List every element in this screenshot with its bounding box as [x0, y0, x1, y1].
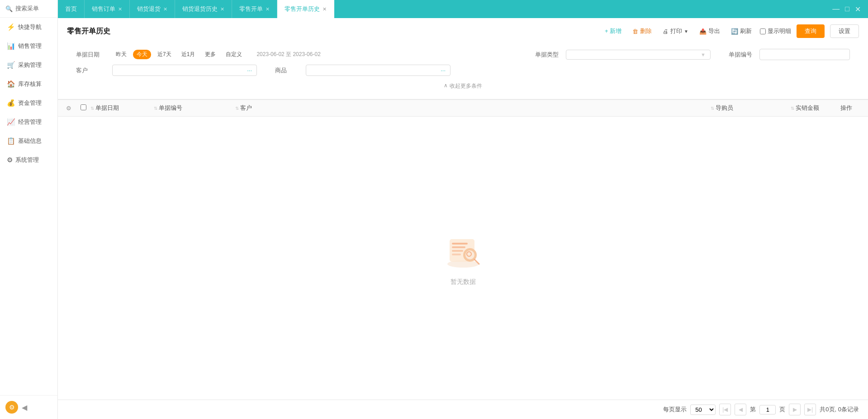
tab-sales-return[interactable]: 销货退货✕: [130, 0, 175, 18]
minimize-button[interactable]: —: [832, 5, 840, 13]
print-chevron-icon: ▼: [684, 29, 688, 34]
col-bill-sort-icon: ⇅: [154, 106, 157, 111]
sidebar-label-sales-mgmt: 销售管理: [18, 42, 42, 50]
delete-icon: 🗑: [632, 28, 638, 35]
type-select[interactable]: ▼: [566, 50, 711, 60]
tab-close-sales-return-history[interactable]: ✕: [220, 6, 224, 12]
col-op: 操作: [828, 104, 864, 112]
sidebar-label-basic-info: 基础信息: [18, 137, 42, 145]
tab-close-retail-open-history[interactable]: ✕: [323, 6, 327, 12]
col-bill-no[interactable]: ⇅ 单据编号: [154, 104, 235, 112]
col-customer[interactable]: ⇅ 客户: [235, 104, 711, 112]
col-date[interactable]: ⇅ 单据日期: [90, 104, 154, 112]
print-icon: 🖨: [663, 28, 669, 35]
date-pill-自定义[interactable]: 自定义: [222, 50, 246, 59]
date-pills: 昨天今天近7天近1月更多自定义: [112, 50, 246, 59]
date-pill-今天[interactable]: 今天: [133, 50, 151, 59]
maximize-button[interactable]: □: [845, 5, 849, 13]
bill-no-input[interactable]: [759, 49, 850, 60]
pagination: 每页显示 50 100 200 |◀ ◀ 第 页 ▶ ▶| 共0页, 0条记录: [58, 400, 868, 419]
last-page-button[interactable]: ▶|: [804, 404, 816, 415]
sidebar-item-sales-mgmt[interactable]: 📊销售管理: [0, 37, 57, 56]
tab-close-sales-return[interactable]: ✕: [163, 6, 167, 12]
empty-text: 暂无数据: [451, 278, 476, 286]
customer-select[interactable]: ···: [112, 65, 257, 76]
goods-select[interactable]: ···: [306, 65, 451, 76]
toolbar: + 新增 🗑 删除 🖨 打印 ▼ 📤 导出: [602, 24, 859, 38]
window-controls: — □ ✕: [825, 0, 868, 18]
tab-sales-order[interactable]: 销售订单✕: [85, 0, 130, 18]
sidebar-label-finance: 资金管理: [18, 99, 42, 107]
tab-sales-return-history[interactable]: 销货退货历史✕: [175, 0, 232, 18]
empty-icon: [441, 230, 486, 271]
col-guide[interactable]: ⇅ 导购员: [711, 104, 765, 112]
collapse-filters-button[interactable]: ∧ 收起更多条件: [76, 80, 850, 94]
sidebar-item-purchase-mgmt[interactable]: 🛒采购管理: [0, 56, 57, 75]
sidebar-label-purchase-mgmt: 采购管理: [18, 61, 42, 69]
show-detail-input[interactable]: [760, 28, 766, 34]
date-pill-近1月[interactable]: 近1月: [178, 50, 199, 59]
table-select-all[interactable]: [76, 104, 90, 112]
export-button[interactable]: 📤 导出: [697, 25, 723, 37]
show-detail-checkbox[interactable]: 显示明细: [760, 27, 791, 35]
page-size-select[interactable]: 50 100 200: [690, 405, 716, 415]
filter-row-2: 客户 ··· 商品 ···: [76, 65, 850, 76]
sidebar-search[interactable]: 🔍 搜索采单: [0, 0, 57, 18]
col-sort-icon: ⇅: [90, 106, 94, 111]
select-all-checkbox[interactable]: [81, 104, 86, 110]
first-page-button[interactable]: |◀: [719, 404, 731, 415]
col-customer-label: 客户: [240, 104, 252, 112]
col-customer-sort-icon: ⇅: [235, 106, 239, 111]
table-settings-icon[interactable]: ⚙: [62, 105, 76, 112]
type-filter-label: 单据类型: [535, 51, 562, 59]
tab-home[interactable]: 首页: [58, 0, 85, 18]
next-page-button[interactable]: ▶: [789, 404, 801, 415]
tab-close-sales-order[interactable]: ✕: [118, 6, 122, 12]
tab-close-retail-open[interactable]: ✕: [266, 6, 270, 12]
total-info: 共0页, 0条记录: [820, 405, 859, 414]
sidebar-item-inventory[interactable]: 🏠库存核算: [0, 75, 57, 94]
sidebar-bottom: ⚙ ◀: [0, 395, 57, 419]
print-label: 打印: [670, 27, 682, 35]
table-header: ⚙ ⇅ 单据日期 ⇅ 单据编号 ⇅ 客户 ⇅ 导购员: [58, 99, 868, 117]
close-window-button[interactable]: ✕: [855, 5, 861, 14]
page-title-row: 零售开单历史 + 新增 🗑 删除 🖨 打印 ▼ 📤: [67, 24, 859, 38]
sidebar-item-quick-nav[interactable]: ⚡快捷导航: [0, 18, 57, 37]
sidebar-item-operation[interactable]: 📈经营管理: [0, 113, 57, 132]
collapse-label: 收起更多条件: [450, 82, 482, 90]
sidebar-icon-quick-nav: ⚡: [7, 23, 15, 31]
col-amount-sort-icon: ⇅: [791, 106, 794, 111]
svg-rect-3: [452, 246, 465, 248]
query-button[interactable]: 查询: [797, 24, 825, 38]
tab-retail-open[interactable]: 零售开单✕: [232, 0, 277, 18]
tab-retail-open-history[interactable]: 零售开单历史✕: [277, 0, 334, 18]
refresh-icon: 🔄: [731, 28, 738, 35]
page-number-input[interactable]: [759, 405, 776, 414]
sidebar-label-inventory: 库存核算: [18, 80, 42, 88]
sidebar-item-sys-mgmt[interactable]: ⚙系统管理: [0, 151, 57, 169]
svg-rect-4: [452, 250, 463, 252]
collapse-sidebar-button[interactable]: ◀: [22, 403, 27, 412]
filter-settings-button[interactable]: 设置: [830, 24, 859, 38]
add-button[interactable]: + 新增: [602, 25, 624, 37]
date-pill-更多[interactable]: 更多: [201, 50, 219, 59]
col-amount[interactable]: ⇅ 实销金额: [765, 104, 819, 112]
refresh-button[interactable]: 🔄 刷新: [728, 25, 754, 37]
sidebar-item-basic-info[interactable]: 📋基础信息: [0, 132, 57, 151]
export-icon: 📤: [699, 28, 707, 35]
prev-page-button[interactable]: ◀: [735, 404, 746, 415]
customer-dots[interactable]: ···: [247, 67, 252, 74]
customer-label: 客户: [76, 66, 103, 75]
settings-gear-button[interactable]: ⚙: [5, 401, 18, 414]
sidebar-label-quick-nav: 快捷导航: [18, 23, 42, 31]
print-button[interactable]: 🖨 打印 ▼: [660, 25, 691, 37]
tab-label-home: 首页: [65, 5, 77, 13]
tab-label-sales-order: 销售订单: [92, 5, 115, 13]
date-pill-昨天[interactable]: 昨天: [112, 50, 130, 59]
sidebar-item-finance[interactable]: 💰资金管理: [0, 94, 57, 113]
sidebar-icon-purchase-mgmt: 🛒: [7, 61, 15, 69]
page-unit: 页: [779, 405, 785, 414]
goods-dots[interactable]: ···: [441, 67, 446, 74]
date-pill-近7天[interactable]: 近7天: [154, 50, 175, 59]
delete-button[interactable]: 🗑 删除: [630, 25, 655, 37]
